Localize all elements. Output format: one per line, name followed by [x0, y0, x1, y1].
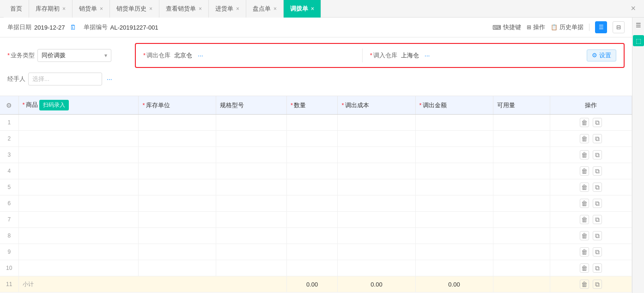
cost-cell[interactable]	[338, 228, 415, 244]
warehouse-out-more-btn[interactable]: ···	[196, 52, 205, 59]
cost-cell[interactable]	[338, 163, 415, 179]
copy-icon[interactable]: ⧉	[593, 183, 602, 192]
tab-home[interactable]: 首页	[4, 0, 29, 18]
delete-icon[interactable]: 🗑	[580, 183, 589, 192]
unit-cell[interactable]	[139, 163, 216, 179]
delete-icon[interactable]: 🗑	[580, 118, 589, 127]
qty-cell[interactable]	[286, 195, 338, 212]
handler-select[interactable]: 选择...	[28, 73, 102, 85]
delete-icon[interactable]: 🗑	[580, 263, 589, 273]
tab-close-purchase[interactable]: ×	[236, 6, 239, 12]
amount-cell[interactable]	[415, 131, 493, 147]
qty-cell[interactable]	[286, 163, 338, 179]
cost-cell[interactable]	[338, 212, 415, 228]
amount-cell[interactable]	[415, 195, 493, 212]
delete-icon[interactable]: 🗑	[580, 280, 589, 289]
window-close-icon[interactable]: ×	[626, 4, 640, 13]
spec-cell[interactable]	[216, 260, 286, 276]
shortcut-action[interactable]: ⌨ 快捷键	[492, 23, 521, 31]
spec-cell[interactable]	[216, 163, 286, 179]
spec-cell[interactable]	[216, 212, 286, 228]
copy-icon[interactable]: ⧉	[593, 280, 602, 289]
tab-sales-order[interactable]: 销货单 ×	[73, 0, 110, 18]
settings-button[interactable]: ⚙ 设置	[587, 49, 616, 61]
qty-cell[interactable]	[286, 228, 338, 244]
cost-cell[interactable]	[338, 179, 415, 195]
product-cell[interactable]	[18, 179, 139, 195]
amount-cell[interactable]	[415, 228, 493, 244]
qty-cell[interactable]	[286, 147, 338, 163]
unit-cell[interactable]	[139, 260, 216, 276]
qty-cell[interactable]	[286, 115, 338, 131]
product-cell[interactable]	[18, 115, 139, 131]
amount-cell[interactable]	[415, 260, 493, 276]
tab-purchase[interactable]: 进货单 ×	[209, 0, 246, 18]
product-cell[interactable]	[18, 244, 139, 260]
amount-cell[interactable]	[415, 179, 493, 195]
amount-cell[interactable]	[415, 244, 493, 260]
qty-cell[interactable]	[286, 179, 338, 195]
tab-view-sales[interactable]: 查看销货单 ×	[159, 0, 209, 18]
spec-cell[interactable]	[216, 195, 286, 212]
copy-icon[interactable]: ⧉	[593, 247, 602, 256]
unit-cell[interactable]	[139, 195, 216, 212]
operation-action[interactable]: ⊞ 操作	[527, 23, 545, 31]
handler-more-btn[interactable]: ···	[105, 75, 114, 83]
qty-cell[interactable]	[286, 260, 338, 276]
delete-icon[interactable]: 🗑	[580, 150, 589, 159]
unit-cell[interactable]	[139, 147, 216, 163]
history-action[interactable]: 📋 历史单据	[551, 23, 583, 31]
product-cell[interactable]	[18, 260, 139, 276]
unit-cell[interactable]	[139, 115, 216, 131]
sidebar-list-btn[interactable]: ☰	[633, 19, 644, 31]
spec-cell[interactable]	[216, 131, 286, 147]
copy-icon[interactable]: ⧉	[593, 118, 602, 127]
tab-inventory-init[interactable]: 库存期初 ×	[29, 0, 73, 18]
copy-icon[interactable]: ⧉	[593, 134, 602, 143]
delete-icon[interactable]: 🗑	[580, 215, 589, 224]
product-cell[interactable]	[18, 212, 139, 228]
available-cell[interactable]	[493, 244, 550, 260]
delete-icon[interactable]: 🗑	[580, 247, 589, 256]
tab-close-view-sales[interactable]: ×	[199, 6, 202, 12]
available-cell[interactable]	[493, 147, 550, 163]
tab-close-sales-history[interactable]: ×	[149, 6, 152, 12]
available-cell[interactable]	[493, 179, 550, 195]
unit-cell[interactable]	[139, 179, 216, 195]
delete-icon[interactable]: 🗑	[580, 166, 589, 176]
delete-icon[interactable]: 🗑	[580, 199, 589, 208]
list-view-btn[interactable]: ☰	[595, 21, 607, 33]
cost-cell[interactable]	[338, 260, 415, 276]
amount-cell[interactable]	[415, 147, 493, 163]
available-cell[interactable]	[493, 163, 550, 179]
grid-view-btn[interactable]: ⊟	[613, 21, 625, 33]
copy-icon[interactable]: ⧉	[593, 199, 602, 208]
copy-icon[interactable]: ⧉	[593, 215, 602, 224]
available-cell[interactable]	[493, 195, 550, 212]
unit-cell[interactable]	[139, 212, 216, 228]
sidebar-expand-btn[interactable]: ⬚	[633, 35, 644, 46]
qty-cell[interactable]	[286, 244, 338, 260]
unit-cell[interactable]	[139, 228, 216, 244]
amount-cell[interactable]	[415, 163, 493, 179]
spec-cell[interactable]	[216, 244, 286, 260]
tab-transfer[interactable]: 调拨单 ×	[284, 0, 321, 18]
product-cell[interactable]	[18, 163, 139, 179]
tab-close-transfer[interactable]: ×	[311, 6, 314, 12]
available-cell[interactable]	[493, 115, 550, 131]
tab-close-inventory-init[interactable]: ×	[62, 6, 66, 12]
product-cell[interactable]	[18, 195, 139, 212]
copy-icon[interactable]: ⧉	[593, 166, 602, 176]
spec-cell[interactable]	[216, 115, 286, 131]
cost-cell[interactable]	[338, 131, 415, 147]
scan-button[interactable]: 扫码录入	[39, 100, 69, 110]
cost-cell[interactable]	[338, 195, 415, 212]
copy-icon[interactable]: ⧉	[593, 231, 602, 240]
spec-cell[interactable]	[216, 228, 286, 244]
warehouse-in-more-btn[interactable]: ···	[423, 52, 432, 59]
tab-stocktake[interactable]: 盘点单 ×	[246, 0, 284, 18]
product-cell[interactable]	[18, 228, 139, 244]
calendar-icon[interactable]: 🗓	[70, 24, 76, 31]
product-cell[interactable]	[18, 147, 139, 163]
amount-cell[interactable]	[415, 115, 493, 131]
